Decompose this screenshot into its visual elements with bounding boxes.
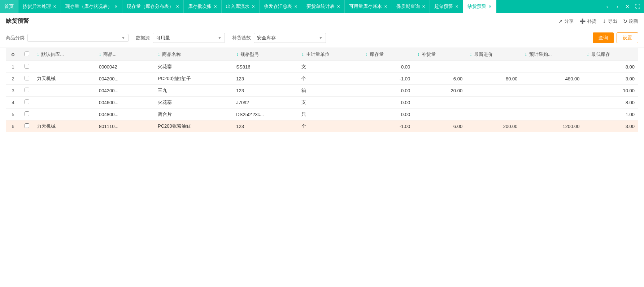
th-supplier: ↕ 默认供应... bbox=[33, 48, 95, 61]
row-unit: 支 bbox=[298, 61, 361, 73]
row-est-purchase bbox=[521, 109, 583, 120]
close-icon[interactable]: ✕ bbox=[337, 4, 340, 9]
close-icon[interactable]: ✕ bbox=[384, 4, 387, 9]
export-button[interactable]: ⤓ 导出 bbox=[602, 18, 617, 25]
replenish-base-label: 补货基数 bbox=[232, 35, 251, 41]
filter-bar: 商品分类 ▼ 数据源 可用量 ▼ 补货基数 安全库存 ▼ 查询 设置 bbox=[0, 28, 644, 48]
sort-icon: ↕ bbox=[158, 52, 160, 57]
th-min-stock: ↕ 最低库存 bbox=[583, 48, 638, 61]
refresh-button[interactable]: ↻ 刷新 bbox=[623, 18, 638, 25]
row-unit: 个 bbox=[298, 73, 361, 85]
th-name: ↕ 商品名称 bbox=[154, 48, 232, 61]
nav-tab-recv-summary[interactable]: 收发存汇总表 ✕ bbox=[260, 0, 302, 13]
nav-controls: ‹ › ✕ ⛶ bbox=[602, 1, 644, 12]
share-icon: ↗ bbox=[558, 18, 563, 24]
row-num: 6 bbox=[6, 120, 20, 132]
nav-next-button[interactable]: › bbox=[612, 1, 622, 12]
row-est-purchase: 480.00 bbox=[521, 73, 583, 85]
row-num: 3 bbox=[6, 85, 20, 97]
table-container: ⚙ ↕ 默认供应... ↕ 商品... ↕ 商品名称 bbox=[0, 48, 644, 132]
row-checkbox-cell bbox=[20, 73, 33, 85]
row-min-stock: 8.00 bbox=[583, 61, 638, 73]
select-all-checkbox[interactable] bbox=[25, 52, 29, 56]
nav-tab-demand-stat[interactable]: 要货单统计表 ✕ bbox=[302, 0, 345, 13]
row-checkbox[interactable] bbox=[25, 100, 29, 104]
datasource-value: 可用量 bbox=[156, 35, 170, 41]
close-icon[interactable]: ✕ bbox=[176, 4, 179, 9]
nav-tab-inventory-dist[interactable]: 现存量（库存分布表） ✕ bbox=[122, 0, 184, 13]
th-stock: ↕ 库存量 bbox=[361, 48, 414, 61]
row-code: 004800... bbox=[95, 109, 154, 120]
row-supplier bbox=[33, 97, 95, 109]
chevron-down-icon: ▼ bbox=[319, 36, 323, 40]
row-min-stock: 8.00 bbox=[583, 97, 638, 109]
category-select[interactable]: ▼ bbox=[27, 34, 129, 42]
row-checkbox[interactable] bbox=[25, 123, 29, 128]
row-name: PC200张紧油缸 bbox=[154, 120, 232, 132]
row-stock: -1.00 bbox=[361, 120, 414, 132]
row-checkbox-cell bbox=[20, 120, 33, 132]
table-header-row: ⚙ ↕ 默认供应... ↕ 商品... ↕ 商品名称 bbox=[6, 48, 638, 61]
nav-prev-button[interactable]: ‹ bbox=[602, 1, 612, 12]
row-min-stock: 3.00 bbox=[583, 120, 638, 132]
th-gear[interactable]: ⚙ bbox=[6, 48, 20, 61]
row-checkbox[interactable] bbox=[25, 76, 29, 80]
row-checkbox[interactable] bbox=[25, 64, 29, 69]
row-est-purchase: 1200.00 bbox=[521, 120, 583, 132]
close-icon[interactable]: ✕ bbox=[114, 4, 118, 9]
query-button[interactable]: 查询 bbox=[593, 32, 614, 43]
category-filter: 商品分类 ▼ bbox=[6, 34, 129, 42]
replenish-icon: ➕ bbox=[579, 18, 586, 24]
row-name: 火花塞 bbox=[154, 61, 232, 73]
th-code: ↕ 商品... bbox=[95, 48, 154, 61]
nav-tab-inventory-status[interactable]: 现存量（库存状况表） ✕ bbox=[61, 0, 122, 13]
nav-fullscreen-button[interactable]: ⛶ bbox=[632, 1, 643, 12]
settings-button[interactable]: 设置 bbox=[617, 32, 638, 43]
chevron-down-icon: ▼ bbox=[218, 36, 222, 40]
row-est-purchase bbox=[521, 97, 583, 109]
close-icon[interactable]: ✕ bbox=[252, 4, 255, 9]
row-replenish bbox=[414, 109, 466, 120]
row-stock: 0.00 bbox=[361, 97, 414, 109]
page-container: 缺货预警 ↗ 分享 ➕ 补货 ⤓ 导出 ↻ 刷新 商品分类 bbox=[0, 13, 644, 287]
header-actions: ↗ 分享 ➕ 补货 ⤓ 导出 ↻ 刷新 bbox=[558, 18, 638, 25]
nav-tab-shortage-warn[interactable]: 缺货预警 ✕ bbox=[463, 0, 496, 13]
nav-tab-expiry-query[interactable]: 保质期查询 ✕ bbox=[392, 0, 430, 13]
share-button[interactable]: ↗ 分享 bbox=[558, 18, 574, 25]
nav-tab-avail-ledger[interactable]: 可用量库存账本 ✕ bbox=[345, 0, 392, 13]
nav-tab-inout-flow[interactable]: 出入库流水 ✕ bbox=[222, 0, 260, 13]
nav-tab-overstock-warn[interactable]: 超储预警 ✕ bbox=[430, 0, 463, 13]
datasource-select[interactable]: 可用量 ▼ bbox=[153, 33, 225, 43]
replenish-button[interactable]: ➕ 补货 bbox=[579, 18, 596, 25]
row-checkbox[interactable] bbox=[25, 88, 29, 92]
sort-icon: ↕ bbox=[236, 52, 239, 57]
nav-close-button[interactable]: ✕ bbox=[622, 1, 632, 12]
row-latest-price bbox=[466, 109, 521, 120]
row-name: 三九 bbox=[154, 85, 232, 97]
replenish-base-select[interactable]: 安全库存 ▼ bbox=[254, 33, 326, 43]
close-icon[interactable]: ✕ bbox=[53, 4, 56, 9]
gear-icon: ⚙ bbox=[11, 52, 15, 57]
row-unit: 箱 bbox=[298, 85, 361, 97]
th-checkbox[interactable] bbox=[20, 48, 33, 61]
nav-tab-batch-account[interactable]: 库存批次账 ✕ bbox=[184, 0, 222, 13]
page-header: 缺货预警 ↗ 分享 ➕ 补货 ⤓ 导出 ↻ 刷新 bbox=[0, 13, 644, 28]
close-icon[interactable]: ✕ bbox=[488, 4, 492, 9]
sort-icon: ↕ bbox=[470, 52, 472, 57]
top-nav: 首页 拣货异常处理 ✕ 现存量（库存状况表） ✕ 现存量（库存分布表） ✕ 库存… bbox=[0, 0, 644, 13]
close-icon[interactable]: ✕ bbox=[214, 4, 217, 9]
row-checkbox[interactable] bbox=[25, 111, 29, 116]
close-icon[interactable]: ✕ bbox=[455, 4, 458, 9]
table-body: 1 0000042 火花塞 SS816 支 0.00 8.00 2 力天机械 0… bbox=[6, 61, 638, 132]
nav-tab-home[interactable]: 首页 bbox=[0, 0, 18, 13]
row-spec: 123 bbox=[232, 120, 298, 132]
row-latest-price bbox=[466, 61, 521, 73]
nav-tab-pick-exception[interactable]: 拣货异常处理 ✕ bbox=[18, 0, 61, 13]
replenish-base-filter: 补货基数 安全库存 ▼ bbox=[232, 33, 326, 43]
data-table: ⚙ ↕ 默认供应... ↕ 商品... ↕ 商品名称 bbox=[6, 48, 638, 132]
row-spec: SS816 bbox=[232, 61, 298, 73]
table-row: 1 0000042 火花塞 SS816 支 0.00 8.00 bbox=[6, 61, 638, 73]
row-unit: 支 bbox=[298, 97, 361, 109]
close-icon[interactable]: ✕ bbox=[422, 4, 425, 9]
close-icon[interactable]: ✕ bbox=[294, 4, 297, 9]
